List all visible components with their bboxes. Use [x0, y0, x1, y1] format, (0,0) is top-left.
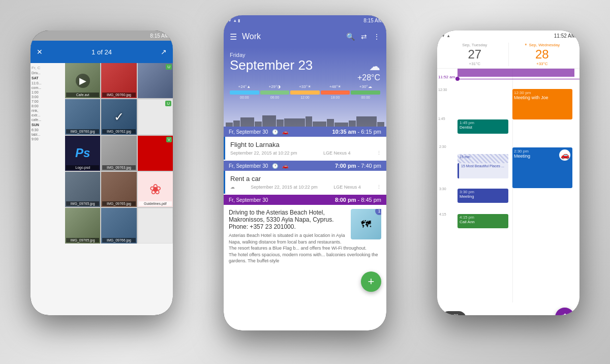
file-counter: 1 of 24	[49, 48, 155, 56]
event-2-meta: ☁ September 22, 2015 at 10:22 pm LGE Nex…	[230, 185, 381, 190]
event-3-body-2: The hotel offers spacious, modern rooms …	[229, 252, 381, 264]
sync-icon[interactable]: ⇄	[361, 33, 367, 41]
time-indicator-dot	[455, 77, 460, 81]
file-item[interactable]: V	[138, 136, 173, 171]
right-screen: ▼ ▲ 11:52 AM Sep, Tuesday 27 +31°C ⚬ Sep…	[437, 31, 580, 315]
file-item[interactable]: IMG_09760.jpg	[65, 99, 100, 134]
file-item[interactable]: IMG_09760.jpg	[101, 63, 136, 98]
file-item[interactable]: IMG_09763.jpg	[101, 136, 136, 171]
left-status-time: 8:15 AM	[150, 33, 169, 39]
event-2-date: Fr, September 30	[229, 163, 268, 169]
right-bottom: Sep 28 11:52 pm ⌃	[437, 302, 580, 315]
left-screen: 8:15 AM ✕ 1 of 24 ↗ Fr, C Driv... SAT 11…	[30, 31, 173, 315]
event-card-2[interactable]: Rent a car ☁ September 22, 2015 at 10:22…	[224, 171, 386, 194]
center-status-bar: ▼ ▲ ▮ 8:15 AM	[224, 15, 386, 25]
event-more-icon[interactable]: ⋮	[377, 150, 381, 156]
left-toolbar: ✕ 1 of 24 ↗	[30, 41, 173, 63]
right-fab[interactable]: ⌃	[555, 308, 574, 315]
right-notification: Sep 28 11:52 pm	[441, 311, 466, 315]
event-meeting-joe[interactable]: 12:30 pm Meeting with Joe	[512, 89, 572, 119]
weather-temp: ☁ +28°C	[357, 58, 380, 82]
event-1-date: Fr, September 30	[229, 129, 268, 135]
file-item[interactable]: ✓ IMG_09762.jpg	[101, 99, 136, 134]
file-item[interactable]: IMG_09765.jpg	[101, 172, 136, 207]
purple-time-event	[458, 69, 574, 77]
left-status-bar: 8:15 AM	[30, 31, 173, 41]
event-call-ann[interactable]: 4:15 pm Call Ann	[458, 214, 508, 228]
left-list-panel: Fr, C Driv... SAT 11:0... com... 1:00 3:…	[30, 63, 65, 244]
pdf-icon: ❀	[149, 181, 161, 198]
file-item[interactable]: IMG_09765.jpg	[65, 208, 100, 243]
hourly-temps: +24°▲ +29°◑ +33°☀ +48°☀ +30°☁ 00:00 06:0…	[230, 84, 380, 99]
event-1-time: 10:35 am - 6:15 pm	[332, 129, 381, 135]
file-item[interactable]	[138, 208, 173, 243]
file-item[interactable]: IMG_09766.jpg	[101, 208, 136, 243]
more-icon[interactable]: ⋮	[373, 33, 380, 41]
cal-day-27: Sep, Tuesday 27 +31°C	[441, 43, 508, 66]
center-screen: ▼ ▲ ▮ 8:15 AM ☰ Work 🔍 ⇄ ⋮ Friday Septem…	[224, 15, 386, 330]
file-grid: ▶ Cafe.avi IMG_09760.jpg U IMG_09760.jpg	[65, 63, 173, 244]
event-3-header: Fr, September 30 8:00 pm - 8:45 pm	[224, 195, 386, 205]
event-1-title: Flight to Larnaka	[230, 141, 381, 148]
event-3-date: Fr, September 30	[229, 197, 268, 203]
event-dentist[interactable]: 1:45 pm Dentist	[458, 119, 508, 134]
event-1-meta: September 22, 2015 at 10:22 pm LGE Nexus…	[230, 150, 381, 156]
file-item[interactable]: U	[138, 63, 173, 98]
right-status-time: 11:52 AM	[554, 33, 575, 39]
close-icon[interactable]: ✕	[37, 48, 43, 56]
event-3-time: 8:00 pm - 8:45 pm	[335, 197, 381, 203]
weather-skyline	[224, 114, 386, 127]
toolbar-icons: 🔍 ⇄ ⋮	[346, 33, 380, 41]
event-2-title: Rent a car	[230, 175, 381, 183]
ps-logo: Ps	[75, 146, 90, 160]
event-1-header: Fr, September 30 🕐 🚗 10:35 am - 6:15 pm	[224, 127, 386, 137]
check-icon: ✓	[114, 110, 124, 124]
map-thumbnail: 🗺 1	[351, 209, 381, 239]
center-toolbar: ☰ Work 🔍 ⇄ ⋮	[224, 25, 386, 48]
event-meeting-3[interactable]: 3:30 pm Meeting	[458, 189, 508, 203]
list-date-label: Fr, C	[32, 65, 64, 71]
file-item[interactable]: Ps Logo.psd	[65, 136, 100, 171]
weather-date-big: September 23	[230, 58, 313, 73]
event-2-header: Fr, September 30 🕐 🚗 7:00 pm - 7:40 pm	[224, 161, 386, 171]
center-status-time: 8:15 AM	[363, 18, 382, 23]
file-item[interactable]: ▶ Cafe.avi	[65, 63, 100, 98]
file-item[interactable]: ❀ Guidelines.pdf	[138, 172, 173, 207]
weather-section: Friday September 23 ☁ +28°C +24°▲ +29°◑ …	[224, 48, 386, 127]
phone-center: ▼ ▲ ▮ 8:15 AM ☰ Work 🔍 ⇄ ⋮ Friday Septem…	[224, 15, 386, 330]
event-15min: 15 min	[458, 154, 508, 163]
event-beautiful-places[interactable]: 15 Most Beautiful Places ...	[458, 163, 508, 178]
right-status-bar: ▼ ▲ 11:52 AM	[437, 31, 580, 41]
search-icon[interactable]: 🔍	[346, 33, 355, 41]
app-title: Work	[242, 32, 341, 41]
menu-icon[interactable]: ☰	[230, 32, 237, 42]
file-item[interactable]: U	[138, 99, 173, 134]
phone-left: 8:15 AM ✕ 1 of 24 ↗ Fr, C Driv... SAT 11…	[30, 31, 173, 315]
cal-day-28: ⚬ Sep, Wednesday 28 +33°C	[508, 43, 576, 66]
play-icon: ▶	[76, 74, 90, 88]
calendar-timeline: 11:52 am 12:30 pm Meeting with Joe 1:45 …	[437, 69, 580, 302]
event-more-icon-2[interactable]: ⋮	[377, 185, 381, 190]
share-icon[interactable]: ↗	[161, 48, 167, 56]
file-item[interactable]: IMG_09765.jpg	[65, 172, 100, 207]
event-meeting-2[interactable]: 2:30 pm Meeting 🚗	[512, 147, 572, 188]
file-browser: Fr, C Driv... SAT 11:0... com... 1:00 3:…	[30, 63, 173, 244]
calendar-header: Sep, Tuesday 27 +31°C ⚬ Sep, Wednesday 2…	[437, 41, 580, 69]
event-2-time: 7:00 pm - 7:40 pm	[335, 163, 381, 169]
time-indicator-line	[458, 79, 580, 79]
event-card-3[interactable]: 🗺 1 Driving to the Asterias Beach Hotel,…	[224, 205, 386, 268]
fab-button[interactable]: +	[361, 271, 381, 292]
phone-right: ▼ ▲ 11:52 AM Sep, Tuesday 27 +31°C ⚬ Sep…	[437, 31, 580, 315]
event-card-1[interactable]: Flight to Larnaka September 22, 2015 at …	[224, 137, 386, 160]
weather-temp-value: +28°C	[357, 73, 380, 82]
